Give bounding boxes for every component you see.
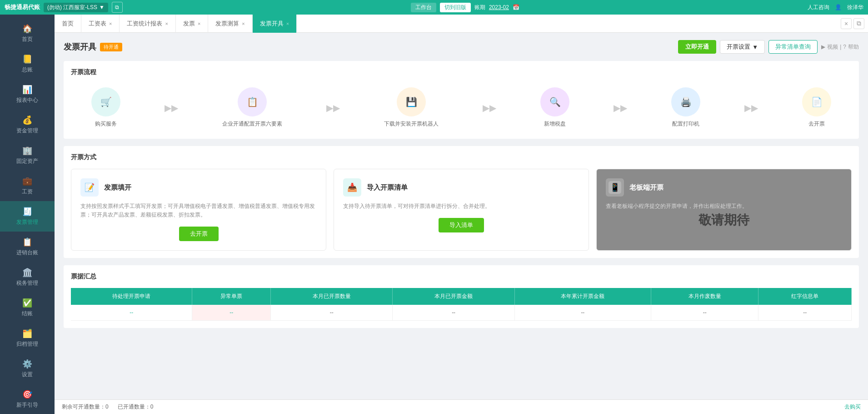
tab-home-label: 首页 xyxy=(62,20,74,28)
sidebar-item-assets[interactable]: 🏢 固定资产 xyxy=(0,140,55,171)
method-boss-desc: 查看老板端小程序提交的开票申请，并作出相应处理工作。 xyxy=(606,202,842,211)
summary-cell-pending[interactable]: -- xyxy=(71,305,192,321)
tab-payroll-stats-close[interactable]: × xyxy=(165,21,168,26)
calendar-icon[interactable]: 📅 xyxy=(513,4,519,10)
svg-text:🛒: 🛒 xyxy=(100,96,111,107)
sidebar-item-payroll[interactable]: 💼 工资 xyxy=(0,171,55,201)
process-steps: 🛒 购买服务 ▶▶ 📋 企业开通配置开票六要素 ▶▶ � xyxy=(71,84,852,131)
process-step-3: 💾 下载并安装开票机器人 xyxy=(384,87,439,128)
method-import-title: 导入开票清单 xyxy=(367,183,408,192)
step-buy-service-icon: 🛒 xyxy=(91,87,120,116)
step-invoice-icon: 📄 xyxy=(802,87,831,116)
sidebar-item-label: 首页 xyxy=(22,35,33,43)
payroll-icon: 💼 xyxy=(22,176,32,186)
sidebar-item-reports[interactable]: 📊 报表中心 xyxy=(0,79,55,110)
summary-cell-void-count: -- xyxy=(651,305,758,321)
method-boss-icon: 📱 xyxy=(606,178,624,197)
page-content: 发票开具 待开通 立即开通 开票设置 ▼ 异常清单查询 ▶ 视频 | ? xyxy=(55,33,868,399)
purchase-sales-icon: 📋 xyxy=(22,237,32,247)
close-accounts-icon: ✅ xyxy=(22,298,32,308)
process-step-1: 🛒 购买服务 xyxy=(91,87,120,128)
method-import-desc: 支持导入待开票清单，可对待开票清单进行拆分、合并处理。 xyxy=(343,202,579,211)
status-bar: 剩余可开通数量：0 已开通数量：0 去购买 xyxy=(55,399,868,414)
opened-quota: 已开通数量：0 xyxy=(118,403,154,411)
tab-close-button[interactable]: × xyxy=(841,18,852,29)
svg-text:🔍: 🔍 xyxy=(549,96,561,107)
period-value[interactable]: 2023-02 xyxy=(489,4,509,10)
sidebar-item-tax[interactable]: 🏛️ 税务管理 xyxy=(0,262,55,293)
tab-payroll-label: 工资表 xyxy=(89,20,106,28)
sidebar-item-label: 税务管理 xyxy=(16,279,38,287)
tab-payroll[interactable]: 工资表 × xyxy=(81,15,120,33)
remaining-quota: 剩余可开通数量：0 xyxy=(62,403,109,411)
tab-invoice-issue[interactable]: 发票开具 × xyxy=(253,15,297,33)
sidebar-item-label: 工资 xyxy=(22,188,33,196)
tab-invoice-calc-label: 发票测算 xyxy=(215,20,239,28)
summary-cell-abnormal[interactable]: -- xyxy=(192,305,271,321)
sidebar-item-purchase-sales[interactable]: 📋 进销台账 xyxy=(0,232,55,262)
company-selector[interactable]: (勿动) 江西服室-LSS ▼ xyxy=(44,3,108,12)
step-download-label: 下载并安装开票机器人 xyxy=(384,120,439,128)
tab-invoice-close[interactable]: × xyxy=(198,21,200,26)
step-download-icon: 💾 xyxy=(397,87,426,116)
tab-home[interactable]: 首页 xyxy=(55,15,81,33)
step-taxdisk-icon: 🔍 xyxy=(540,87,569,116)
sidebar-item-archive[interactable]: 🗂️ 归档管理 xyxy=(0,323,55,353)
tab-invoice-calc[interactable]: 发票测算 × xyxy=(208,15,252,33)
method-card-boss: 📱 老板端开票 查看老板端小程序提交的开票申请，并作出相应处理工作。 敬请期待 xyxy=(596,169,852,251)
sidebar-item-settings[interactable]: ⚙️ 设置 xyxy=(0,353,55,384)
buy-link[interactable]: 去购买 xyxy=(844,403,861,411)
process-step-4: 🔍 新增税盘 xyxy=(540,87,569,128)
tab-invoice-calc-close[interactable]: × xyxy=(242,21,244,26)
sidebar-item-invoice[interactable]: 🧾 发票管理 xyxy=(0,201,55,232)
username[interactable]: 徐泽华 xyxy=(847,4,863,11)
workspace-button[interactable]: 工作台 xyxy=(411,3,436,12)
user-avatar[interactable]: 👤 xyxy=(835,4,842,10)
tab-invoice[interactable]: 发票 × xyxy=(176,15,208,33)
sidebar-item-label: 设置 xyxy=(22,371,33,379)
method-card-boss-header: 📱 老板端开票 xyxy=(606,178,842,197)
settings-icon: ⚙️ xyxy=(22,359,32,369)
sidebar-item-home[interactable]: 🏠 首页 xyxy=(0,18,55,49)
help-area: ▶ 视频 | ? 帮助 xyxy=(821,43,859,51)
guide-icon: 🎯 xyxy=(22,389,32,399)
tab-restore-button[interactable]: ⧉ xyxy=(853,18,864,29)
method-manual-action: 去开票 xyxy=(80,227,317,241)
method-boss-title: 老板端开票 xyxy=(629,183,663,192)
method-card-import: 📥 导入开票清单 支持导入待开票清单，可对待开票清单进行拆分、合并处理。 导入清… xyxy=(334,169,589,251)
help-video-label[interactable]: 视频 xyxy=(827,43,838,51)
open-now-button[interactable]: 立即开通 xyxy=(678,40,716,54)
sidebar-item-close-accounts[interactable]: ✅ 结账 xyxy=(0,293,55,323)
summary-cell-month-amount: -- xyxy=(393,305,514,321)
sidebar-item-finance[interactable]: 💰 资金管理 xyxy=(0,110,55,140)
sidebar-item-guide[interactable]: 🎯 新手引导 xyxy=(0,384,55,414)
methods-grid: 📝 发票填开 支持按照发票样式手工填写开发票；可开具增值税电子普通发票、增值税普… xyxy=(71,169,852,251)
methods-section: 开票方式 📝 发票填开 支持按照发票样式手工填写开发票；可开具增值税电子普通发票… xyxy=(64,146,859,258)
method-manual-icon: 📝 xyxy=(80,178,99,197)
sidebar-item-label: 进销台账 xyxy=(16,249,38,257)
import-list-button[interactable]: 导入清单 xyxy=(439,218,484,232)
page-actions: 立即开通 开票设置 ▼ 异常清单查询 ▶ 视频 | ? 帮助 xyxy=(678,40,859,54)
tab-payroll-stats[interactable]: 工资统计报表 × xyxy=(120,15,175,33)
switch-old-button[interactable]: 切到旧版 xyxy=(440,3,471,12)
video-icon: ▶ xyxy=(821,44,825,50)
customer-service-button[interactable]: 人工咨询 xyxy=(808,4,829,11)
process-section: 开票流程 🛒 购买服务 ▶▶ 📋 企业开通配置开票六要素 xyxy=(64,61,859,139)
process-arrow-5: ▶▶ xyxy=(744,102,758,113)
period-label: 账期 xyxy=(474,4,485,11)
abnormal-query-button[interactable]: 异常清单查询 xyxy=(768,40,818,54)
sidebar-item-ledger[interactable]: 📒 总账 xyxy=(0,49,55,79)
tab-invoice-issue-close[interactable]: × xyxy=(286,21,289,26)
archive-icon: 🗂️ xyxy=(22,328,32,338)
process-step-6: 📄 去开票 xyxy=(802,87,831,128)
tab-payroll-close[interactable]: × xyxy=(109,21,112,26)
svg-text:💾: 💾 xyxy=(405,96,417,107)
help-doc-label[interactable]: 帮助 xyxy=(848,43,859,51)
copy-icon[interactable]: ⧉ xyxy=(112,2,123,13)
open-settings-button[interactable]: 开票设置 ▼ xyxy=(720,40,765,54)
ledger-icon: 📒 xyxy=(22,54,32,64)
sidebar-item-label: 结账 xyxy=(22,310,33,318)
go-invoice-button[interactable]: 去开票 xyxy=(179,227,219,241)
methods-section-title: 开票方式 xyxy=(71,153,852,162)
summary-cell-red-info: -- xyxy=(758,305,852,321)
